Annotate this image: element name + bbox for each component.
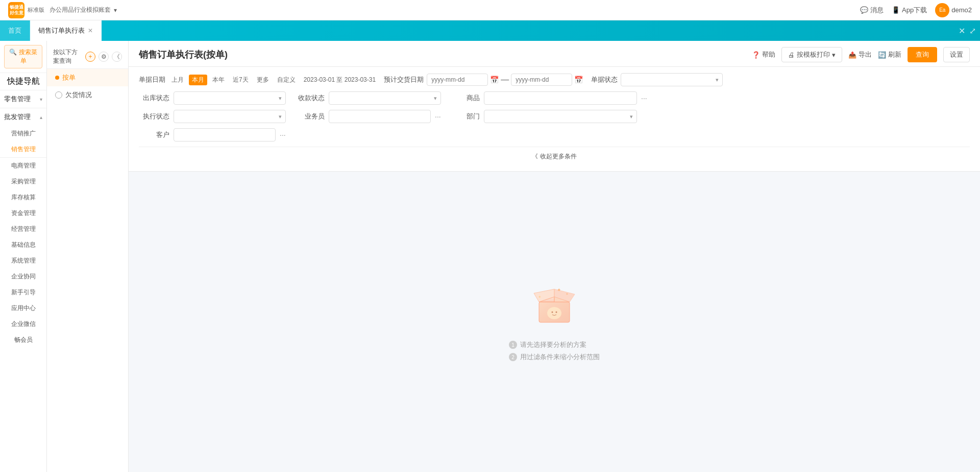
- circle-icon: [55, 91, 62, 99]
- app-download-btn[interactable]: 📱 App下载: [892, 6, 927, 15]
- expected-delivery-label: 预计交货日期: [384, 75, 424, 84]
- date-separator: —: [501, 75, 509, 84]
- date-btn-last-month[interactable]: 上月: [168, 75, 187, 85]
- shipment-select[interactable]: [174, 91, 286, 105]
- exec-status-select[interactable]: [174, 110, 286, 123]
- template-print-btn[interactable]: 🖨 按模板打印 ▾: [781, 47, 842, 62]
- calendar-start-icon[interactable]: 📅: [490, 76, 499, 84]
- page-header: 销售订单执行表(按单) ❓ 帮助 🖨 按模板打印 ▾ 📤 导出: [129, 41, 980, 67]
- search-menu-label: 搜索菜单: [19, 49, 37, 64]
- add-scheme-btn[interactable]: +: [85, 52, 95, 62]
- filter-product: 商品 ···: [449, 91, 647, 105]
- date-btn-this-month[interactable]: 本月: [189, 75, 207, 85]
- collapse-icon: 《: [114, 53, 120, 61]
- expected-delivery-start[interactable]: [427, 74, 488, 86]
- download-icon: 📱: [892, 6, 900, 14]
- collapse-filter-btn[interactable]: 《 收起更多条件: [532, 153, 576, 160]
- sidebar-item-purchase[interactable]: 采购管理: [0, 174, 46, 190]
- sidebar-item-system[interactable]: 系统管理: [0, 253, 46, 269]
- sidebar-corpwechat-label: 企业微信: [11, 320, 36, 327]
- expected-delivery-end[interactable]: [511, 74, 572, 86]
- logo-label: 标准版: [28, 6, 44, 14]
- customer-label: 客户: [139, 130, 169, 139]
- calendar-end-icon[interactable]: 📅: [574, 76, 583, 84]
- filter-expected-delivery: 预计交货日期 📅 — 📅: [384, 74, 583, 86]
- tab-expand-icon[interactable]: ⤢: [969, 26, 976, 36]
- salesperson-more-icon[interactable]: ···: [435, 112, 441, 121]
- product-more-icon[interactable]: ···: [641, 94, 647, 102]
- left-panel-tools: + ⚙ 《: [85, 52, 122, 62]
- menu-item-debt[interactable]: 欠货情况: [47, 86, 128, 104]
- settings-btn[interactable]: 设置: [943, 47, 970, 62]
- sidebar-item-wholesale[interactable]: 批发管理 ▴: [0, 108, 46, 126]
- help-label: 帮助: [762, 50, 775, 59]
- sidebar-marketing-label: 营销推广: [11, 130, 36, 137]
- sidebar-finance-label: 资金管理: [11, 209, 36, 217]
- tab-close-action-icon[interactable]: ✕: [959, 26, 965, 36]
- sidebar-enterprise-label: 企业协同: [11, 273, 36, 280]
- salesperson-input[interactable]: [329, 110, 431, 123]
- hint-1-num: 1: [509, 341, 517, 349]
- avatar: Ea: [935, 3, 949, 17]
- date-btn-7days[interactable]: 近7天: [230, 75, 252, 85]
- sidebar-section-wholesale: 批发管理 ▴ 营销推广 销售管理: [0, 108, 46, 158]
- sidebar-item-basic-info[interactable]: 基础信息: [0, 237, 46, 253]
- sidebar-item-enterprise[interactable]: 企业协同: [0, 269, 46, 285]
- product-label: 商品: [449, 93, 480, 103]
- doc-status-label: 单据状态: [591, 75, 618, 84]
- sidebar-appcenter-label: 应用中心: [11, 304, 36, 312]
- settings-label: 设置: [950, 50, 963, 59]
- filter-area: 单据日期 上月 本月 本年 近7天 更多 自定义 2023-03-01 至 20…: [129, 67, 980, 172]
- search-menu-btn[interactable]: 🔍 搜索菜单: [4, 45, 42, 68]
- date-btn-custom[interactable]: 自定义: [274, 75, 299, 85]
- help-btn[interactable]: ❓ 帮助: [752, 50, 775, 59]
- sidebar-quick-nav[interactable]: 快捷导航: [0, 73, 46, 90]
- user-menu[interactable]: Ea demo2: [935, 3, 972, 17]
- tab-home[interactable]: 首页: [0, 20, 30, 41]
- search-btn[interactable]: 查询: [908, 47, 937, 62]
- sidebar-item-finance[interactable]: 资金管理: [0, 205, 46, 221]
- menu-item-order[interactable]: 按单: [47, 69, 128, 86]
- topbar-right: 💬 消息 📱 App下载 Ea demo2: [860, 3, 972, 17]
- print-icon: 🖨: [788, 51, 795, 59]
- empty-hint-item-1: 1 请先选择要分析的方案: [509, 340, 600, 349]
- filter-salesperson: 业务员 ···: [294, 110, 441, 123]
- export-btn[interactable]: 📤 导出: [848, 50, 872, 59]
- customer-input[interactable]: [174, 128, 276, 141]
- sidebar-inventory-label: 库存核算: [11, 194, 36, 201]
- sidebar-item-sales[interactable]: 销售管理: [0, 141, 46, 157]
- date-btn-this-year[interactable]: 本年: [209, 75, 228, 85]
- tab-sales-order[interactable]: 销售订单执行表 ✕: [30, 20, 102, 41]
- svg-text:✦: ✦: [566, 292, 569, 296]
- date-range-text: 2023-03-01 至 2023-03-31: [304, 76, 376, 84]
- sidebar-item-guide[interactable]: 新手引导: [0, 285, 46, 300]
- sidebar-item-inventory[interactable]: 库存核算: [0, 190, 46, 205]
- customer-more-icon[interactable]: ···: [280, 131, 286, 139]
- collapse-panel-btn[interactable]: 《: [112, 52, 122, 62]
- sidebar-purchase-label: 采购管理: [11, 178, 36, 185]
- filter-date: 单据日期 上月 本月 本年 近7天 更多 自定义 2023-03-01 至 20…: [139, 75, 376, 85]
- refresh-btn[interactable]: 🔄 刷新: [878, 50, 901, 59]
- settings-scheme-btn[interactable]: ⚙: [99, 52, 109, 62]
- breadcrumb[interactable]: 办公用品行业模拟账套 ▾: [50, 6, 117, 14]
- sidebar-item-corpwechat[interactable]: 企业微信: [0, 316, 46, 332]
- date-btn-more[interactable]: 更多: [254, 75, 272, 85]
- topbar-left: 畅捷通 好生意 标准版 办公用品行业模拟账套 ▾: [8, 2, 117, 18]
- sidebar-guide-label: 新手引导: [11, 289, 36, 296]
- sidebar-item-member[interactable]: 畅会员: [0, 332, 46, 348]
- sidebar-section-retail: 零售管理 ▾: [0, 90, 46, 108]
- doc-status-select[interactable]: [621, 73, 723, 86]
- tab-close-icon[interactable]: ✕: [88, 27, 93, 34]
- page-title: 销售订单执行表(按单): [139, 49, 228, 61]
- topbar: 畅捷通 好生意 标准版 办公用品行业模拟账套 ▾ 💬 消息 📱 App下载 Ea…: [0, 0, 980, 20]
- message-btn[interactable]: 💬 消息: [860, 6, 884, 15]
- sidebar-item-marketing[interactable]: 营销推广: [0, 126, 46, 141]
- sidebar-item-appcenter[interactable]: 应用中心: [0, 300, 46, 316]
- sidebar-item-ecommerce[interactable]: 电商管理: [0, 158, 46, 174]
- product-input[interactable]: [484, 91, 637, 105]
- breadcrumb-chevron-icon: ▾: [114, 7, 117, 14]
- sidebar-item-operations[interactable]: 经营管理: [0, 221, 46, 237]
- collection-select[interactable]: [329, 91, 441, 105]
- dept-select[interactable]: [484, 110, 637, 123]
- sidebar-item-retail[interactable]: 零售管理 ▾: [0, 90, 46, 108]
